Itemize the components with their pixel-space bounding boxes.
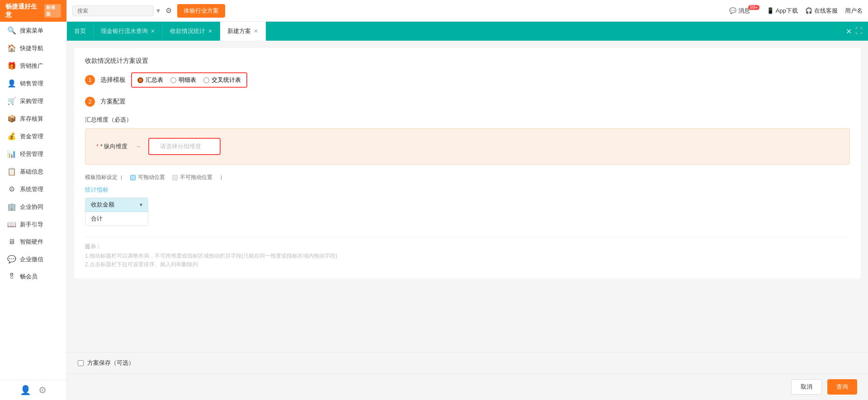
tab-collection-stats-close[interactable]: ✕ [208,28,212,34]
sidebar-settings-icon[interactable]: ⚙ [38,385,47,395]
hardware-icon: 🖥 [7,238,16,246]
step2-label: 方案配置 [100,98,126,106]
tab-new-plan-close[interactable]: ✕ [254,28,258,34]
gear-icon[interactable]: ⚙ [165,6,172,15]
sidebar-label-wechat: 企业微信 [20,255,43,264]
tab-minimize-icon[interactable]: ✕ [846,27,852,36]
sidebar-item-operations[interactable]: 📊 经营管理 [0,145,66,163]
save-label: 方案保存（可选） [87,359,134,367]
tab-collection-stats[interactable]: 收款情况统计 ✕ [163,22,220,41]
sidebar-label-purchase: 采购管理 [20,97,43,105]
sidebar-item-purchase[interactable]: 🛒 采购管理 [0,92,66,110]
sidebar-item-wechat[interactable]: 💬 企业微信 [0,250,66,268]
sidebar-item-search-menu[interactable]: 🔍 搜索菜单 [0,22,66,39]
notification-badge: 99+ [748,5,760,10]
topbar: ▾ ⚙ 体验行业方案 💬 消息 99+ 📱 App下载 🎧 在线客服 用户名 [67,0,868,22]
template-option-detail[interactable]: 明细表 [170,76,196,84]
vertical-dimension-label: * * 纵向维度 [96,142,127,151]
template-radio-cross[interactable] [203,77,209,83]
sidebar-label-marketing: 营销推广 [20,62,43,70]
tab-collection-stats-label: 收款情况统计 [170,27,205,35]
dimension-selector[interactable]: 请选择分组维度 [148,138,221,155]
legend-movable-label: 可拖动位置 [138,174,165,181]
member-icon: 🎖 [7,273,16,281]
step1-num: 1 [85,75,95,85]
sidebar-item-finance[interactable]: 💰 资金管理 [0,127,66,145]
sidebar-item-marketing[interactable]: 🎁 营销推广 [0,57,66,75]
metrics-label: 统计指标 [85,186,850,194]
metrics-table: 收款金额 ▾ 合计 [85,198,148,226]
sidebar-label-search-menu: 搜索菜单 [20,27,43,35]
template-radio-detail[interactable] [170,77,176,83]
search-dropdown-icon[interactable]: ▾ [156,6,160,15]
search-input[interactable] [72,5,154,16]
query-button[interactable]: 查询 [827,379,857,395]
sales-icon: 👤 [7,79,16,88]
step2-row: 2 方案配置 [85,97,850,107]
industry-btn[interactable]: 体验行业方案 [177,4,225,18]
tab-cash-flow-label: 现金银行流水查询 [101,27,148,35]
tab-new-plan[interactable]: 新建方案 ✕ [220,22,266,41]
download-icon: 📱 [767,7,774,14]
cancel-button[interactable]: 取消 [791,379,822,395]
template-detail-label: 明细表 [179,76,196,84]
sidebar-bottom: 👤 ⚙ [0,380,66,400]
finance-icon: 💰 [7,132,16,141]
page-title: 收款情况统计方案设置 [85,57,850,65]
support-item[interactable]: 🎧 在线客服 [805,7,838,15]
step1-row: 1 选择模板 汇总表 明细表 交叉统计表 [85,72,850,88]
content-area: 收款情况统计方案设置 1 选择模板 汇总表 明细表 交叉统计 [67,41,868,352]
tab-maximize-icon[interactable]: ⛶ [855,27,863,35]
step2-section: 2 方案配置 汇总维度（必选） * * 纵向维度 → 请选择分组维度 [85,97,850,268]
sidebar-item-member[interactable]: 🎖 畅会员 [0,268,66,285]
template-radio-summary[interactable] [137,77,143,83]
dimension-section-title: 汇总维度（必选） [85,116,850,124]
sidebar-item-quick-nav[interactable]: 🏠 快捷导航 [0,39,66,57]
system-icon: ⚙ [7,185,16,193]
sidebar-item-basic-info[interactable]: 📋 基础信息 [0,163,66,180]
notification-icon: 💬 [729,7,736,14]
tab-home[interactable]: 首页 [67,22,94,41]
quick-nav-icon: 🏠 [7,44,16,52]
search-menu-icon: 🔍 [7,26,16,35]
sidebar-item-enterprise[interactable]: 🏢 企业协同 [0,198,66,216]
sidebar-item-hardware[interactable]: 🖥 智能硬件 [0,233,66,250]
logo-badge: 标准版 [44,4,61,18]
sidebar-label-member: 畅会员 [20,273,38,281]
main-area: ▾ ⚙ 体验行业方案 💬 消息 99+ 📱 App下载 🎧 在线客服 用户名 [67,0,868,400]
support-label: 在线客服 [814,7,838,15]
sidebar-item-guide[interactable]: 📖 新手引导 [0,216,66,233]
step2-num: 2 [85,97,95,107]
tab-cash-flow[interactable]: 现金银行流水查询 ✕ [94,22,163,41]
template-option-summary[interactable]: 汇总表 [137,76,163,84]
legend-fixed-label: 不可拖动位置 [180,174,212,181]
template-selector: 汇总表 明细表 交叉统计表 [131,72,247,88]
tab-new-plan-label: 新建方案 [227,27,251,35]
user-name: 用户名 [845,7,863,15]
dimension-row: * * 纵向维度 → 请选择分组维度 [96,138,839,155]
user-item[interactable]: 用户名 [845,7,863,15]
support-icon: 🎧 [805,7,812,14]
sidebar-item-system[interactable]: ⚙ 系统管理 [0,180,66,198]
download-item[interactable]: 📱 App下载 [767,7,798,15]
metrics-header-label: 收款金额 [91,201,114,209]
download-label: App下载 [776,7,798,15]
step1-label: 选择模板 [100,76,126,84]
save-checkbox[interactable] [78,360,84,366]
sidebar-user-icon[interactable]: 👤 [20,385,31,395]
sidebar-item-inventory[interactable]: 📦 库存核算 [0,110,66,127]
topbar-right: 💬 消息 99+ 📱 App下载 🎧 在线客服 用户名 [729,7,863,15]
metrics-header[interactable]: 收款金额 ▾ [85,198,148,212]
sidebar-logo: 畅捷通好生意 标准版 [0,0,66,22]
basic-info-icon: 📋 [7,167,16,176]
sidebar-item-sales[interactable]: 👤 销售管理 [0,75,66,92]
metrics-cell-total: 合计 [85,212,148,226]
guide-icon: 📖 [7,220,16,229]
template-option-cross[interactable]: 交叉统计表 [203,76,241,84]
sidebar-label-sales: 销售管理 [20,80,43,88]
movable-dot [130,175,136,180]
tab-cash-flow-close[interactable]: ✕ [151,28,155,34]
notification-item[interactable]: 💬 消息 99+ [729,7,760,15]
metrics-section: 模板指标设定（ 可拖动位置 不可拖动位置 ） 统计指标 [85,174,850,226]
sidebar-label-finance: 资金管理 [20,132,43,141]
